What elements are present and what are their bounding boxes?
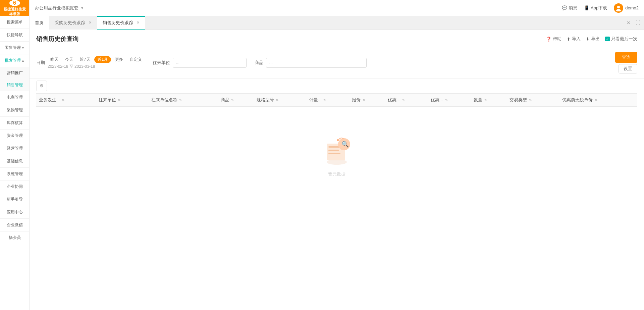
supplier-input[interactable]: ··· [173, 58, 247, 68]
sidebar-item-sales[interactable]: 销售管理 [0, 79, 29, 91]
sidebar-item-membership[interactable]: 畅会员 [0, 231, 29, 244]
tab-sales-close[interactable]: ✕ [137, 20, 140, 25]
sidebar-item-finance[interactable]: 资金管理 [0, 130, 29, 142]
workspace-title: 办公用品行业模拟账套 [35, 5, 78, 11]
col-date[interactable]: 业务发生... ⇅ [36, 94, 96, 107]
download-icon: 📱 [584, 5, 589, 10]
topbar-left: 办公用品行业模拟账套 ▾ [35, 5, 83, 11]
sort-icon: ⇅ [484, 98, 487, 102]
only-last-checkbox-label[interactable]: 只看最后一次 [605, 36, 637, 42]
chevron-up-icon: ▲ [21, 59, 25, 62]
sidebar-item-wechat[interactable]: 企业微信 [0, 219, 29, 231]
app-download-button[interactable]: 📱 App下载 [584, 5, 607, 11]
sidebar-item-enterprise[interactable]: 企业协同 [0, 180, 29, 193]
export-button[interactable]: ⬇ 导出 [586, 36, 600, 42]
col-partner[interactable]: 往来单位 ⇅ [96, 94, 149, 107]
sort-icon: ⇅ [231, 98, 234, 102]
table-settings-icon[interactable]: ⚙ [36, 81, 47, 91]
tab-purchase-label: 采购历史价跟踪 [55, 20, 85, 26]
sidebar-item-basic-info[interactable]: 基础信息 [0, 155, 29, 168]
page-title: 销售历史价查询 [36, 35, 78, 43]
tab-purchase-close[interactable]: ✕ [89, 20, 92, 25]
sidebar-item-quicknav[interactable]: 快捷导航 [0, 29, 29, 42]
page-content: 销售历史价查询 ❓ 帮助 ⬆ 导入 ⬇ 导出 只看最后一次 [30, 30, 644, 310]
date-today[interactable]: 今天 [62, 56, 76, 63]
tabs-bar: 首页 采购历史价跟踪 ✕ 销售历史价跟踪 ✕ ✕ ⛶ [30, 16, 644, 30]
tab-purchase-history[interactable]: 采购历史价跟踪 ✕ [49, 16, 97, 30]
sort-icon: ⇅ [445, 98, 448, 102]
sort-icon: ⇅ [363, 98, 365, 102]
avatar [614, 3, 623, 13]
svg-rect-5 [328, 150, 339, 151]
help-icon: ❓ [546, 37, 551, 42]
col-spec[interactable]: 规格型号 ⇅ [254, 94, 307, 107]
import-icon: ⬆ [567, 37, 571, 42]
filter-bar: 日期 昨天 今天 近7天 近1月 更多 自定义 2023-02-18 至 202… [30, 47, 644, 79]
product-placeholder: ··· [269, 60, 273, 65]
tab-sales-label: 销售历史价跟踪 [103, 20, 133, 26]
col-price[interactable]: 报价 ⇅ [349, 94, 385, 107]
query-button[interactable]: 查询 [615, 52, 637, 63]
sidebar-item-search[interactable]: 搜索菜单 [0, 16, 29, 29]
sidebar-item-system[interactable]: 系统管理 [0, 168, 29, 180]
date-1month[interactable]: 近1月 [94, 56, 111, 63]
tab-maximize-button[interactable]: ⛶ [635, 19, 641, 26]
filter-actions: 查询 设置 [615, 52, 637, 73]
date-more[interactable]: 更多 [112, 56, 126, 63]
only-last-checkbox[interactable] [605, 37, 610, 41]
sidebar-item-retail[interactable]: 零售管理 ▼ [0, 42, 29, 54]
col-unit[interactable]: 计量... ⇅ [307, 94, 350, 107]
empty-image: 🔍 [320, 134, 354, 167]
date-yesterday[interactable]: 昨天 [48, 56, 61, 63]
tab-close-all-button[interactable]: ✕ [625, 19, 632, 26]
sort-icon: ⇅ [62, 98, 64, 102]
sidebar-item-wholesale[interactable]: 批发管理 ▲ [0, 54, 29, 67]
col-product[interactable]: 商品 ⇅ [218, 94, 254, 107]
help-button[interactable]: ❓ 帮助 [546, 36, 561, 42]
message-button[interactable]: 💬 消息 [562, 5, 577, 11]
tab-sales-history[interactable]: 销售历史价跟踪 ✕ [97, 16, 145, 30]
svg-point-9 [337, 139, 339, 141]
workspace-dropdown[interactable]: ▾ [81, 6, 83, 10]
col-qty[interactable]: 数量 ⇅ [471, 94, 507, 107]
empty-text: 暂元数据 [328, 171, 345, 177]
sidebar-item-apps[interactable]: 应用中心 [0, 206, 29, 219]
date-custom[interactable]: 自定义 [127, 56, 145, 63]
chevron-down-icon: ▼ [21, 46, 25, 50]
svg-point-1 [616, 9, 621, 11]
supplier-filter-group: 往来单位 ··· [153, 58, 247, 68]
date-7days[interactable]: 近7天 [77, 56, 93, 63]
sort-icon: ⇅ [118, 98, 120, 102]
sidebar-item-marketing[interactable]: 营销推广 [0, 67, 29, 79]
product-input[interactable]: ··· [266, 58, 367, 68]
tab-home[interactable]: 首页 [30, 16, 49, 30]
col-discount1[interactable]: 优惠... ⇅ [385, 94, 428, 107]
user-menu[interactable]: demo2 [614, 3, 639, 13]
date-buttons: 昨天 今天 近7天 近1月 更多 自定义 [48, 56, 145, 63]
product-filter-group: 商品 ··· [255, 58, 367, 68]
col-type[interactable]: 交易类型 ⇅ [507, 94, 559, 107]
topbar: 办公用品行业模拟账套 ▾ 💬 消息 📱 App下载 demo2 [30, 0, 644, 16]
col-pretax-price[interactable]: 优惠前无税单价 ⇅ [559, 94, 637, 107]
col-partner-name[interactable]: 往来单位名称 ⇅ [149, 94, 218, 107]
svg-text:🔍: 🔍 [341, 141, 349, 148]
sort-icon: ⇅ [323, 98, 326, 102]
sort-icon: ⇅ [529, 98, 532, 102]
sidebar-item-operations[interactable]: 经营管理 [0, 142, 29, 155]
sidebar-item-inventory[interactable]: 库存核算 [0, 117, 29, 130]
svg-rect-6 [328, 153, 340, 154]
date-filter-group: 日期 昨天 今天 近7天 近1月 更多 自定义 2023-02-18 至 202… [36, 56, 145, 69]
supplier-placeholder: ··· [176, 60, 179, 65]
import-button[interactable]: ⬆ 导入 [567, 36, 581, 42]
sidebar-item-ecommerce[interactable]: 电商管理 [0, 91, 29, 104]
sort-icon: ⇅ [402, 98, 405, 102]
settings-button[interactable]: 设置 [619, 64, 637, 73]
sidebar-item-guide[interactable]: 新手引导 [0, 193, 29, 206]
empty-state: 🔍 暂元数据 [36, 107, 637, 204]
table-header-row: 业务发生... ⇅ 往来单位 ⇅ 往来单位名称 ⇅ 商品 [36, 94, 637, 107]
col-discount2[interactable]: 优惠... ⇅ [428, 94, 471, 107]
sidebar-item-purchase[interactable]: 采购管理 [0, 104, 29, 117]
date-filter-label: 日期 [36, 60, 45, 66]
message-icon: 💬 [562, 5, 567, 10]
supplier-filter-label: 往来单位 [153, 60, 170, 66]
